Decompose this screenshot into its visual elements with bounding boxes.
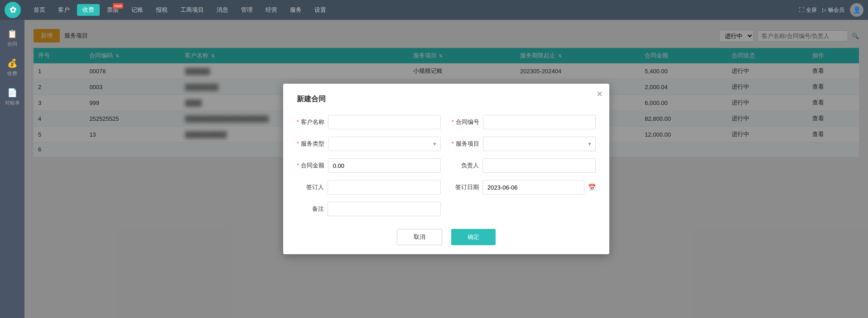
nav-item-ticket[interactable]: 票据 new (101, 4, 124, 16)
sidebar-item-contract[interactable]: 📋 合同 (0, 24, 24, 52)
modal-footer: 取消 确定 (297, 229, 596, 245)
contract-icon: 📋 (7, 29, 17, 39)
nav-menu: 首页 客户 收费 票据 new 记账 报税 工商项目 消息 管理 经营 服务 设… (28, 4, 799, 16)
form-group-sign-date: 签订日期 📅 (452, 180, 596, 195)
amount-label: * 合同金额 (297, 161, 324, 170)
service-item-select[interactable] (483, 137, 596, 151)
sidebar-item-reconcile[interactable]: 📄 对账单 (0, 83, 24, 111)
form-group-service-item: * 服务项目 ▼ (452, 137, 596, 151)
required-star-stype: * (297, 140, 299, 147)
form-group-signer: 签订人 (297, 180, 441, 195)
nav-item-home[interactable]: 首页 (28, 4, 51, 16)
nav-item-fee[interactable]: 收费 (77, 4, 100, 16)
required-star-sitem: * (452, 140, 454, 147)
owner-label: 负责人 (452, 161, 479, 170)
nav-item-settings[interactable]: 设置 (309, 4, 332, 16)
signer-input[interactable] (328, 180, 441, 195)
modal-overlay: 新建合同 ✕ * 客户名称 * 合同编号 (24, 20, 868, 318)
form-row-5: 备注 (297, 202, 596, 216)
contract-amount-input[interactable] (328, 158, 441, 173)
top-navigation: ✿ 首页 客户 收费 票据 new 记账 报税 工商项目 消息 管理 经营 服务… (0, 0, 868, 20)
logo-icon: ✿ (10, 5, 16, 15)
sign-date-input[interactable] (482, 180, 584, 195)
form-group-owner: 负责人 (452, 158, 596, 173)
required-star-customer: * (297, 119, 299, 125)
form-row-2: * 服务类型 ▼ * 服务项目 (297, 137, 596, 151)
form-group-remark: 备注 (297, 202, 441, 216)
nav-item-message[interactable]: 消息 (211, 4, 234, 16)
cancel-button[interactable]: 取消 (397, 229, 442, 245)
customer-name-label: * 客户名称 (297, 118, 324, 126)
nav-item-tax[interactable]: 报税 (150, 4, 173, 16)
fee-icon: 💰 (7, 58, 17, 68)
sidebar-label-contract: 合同 (7, 41, 17, 47)
form-group-contract-no: * 合同编号 (452, 115, 596, 129)
contract-no-label: * 合同编号 (452, 118, 479, 126)
nav-item-customer[interactable]: 客户 (53, 4, 75, 16)
fullscreen-label: 全屏 (806, 6, 817, 14)
fullscreen-btn[interactable]: ⛶ 全屏 (799, 6, 817, 14)
reconcile-icon: 📄 (7, 88, 17, 98)
contract-no-input[interactable] (483, 115, 596, 129)
calendar-icon[interactable]: 📅 (588, 184, 596, 191)
form-group-amount: * 合同金额 (297, 158, 441, 173)
user-avatar[interactable]: 👤 (850, 3, 863, 17)
nav-item-operation[interactable]: 经营 (260, 4, 283, 16)
new-contract-modal: 新建合同 ✕ * 客户名称 * 合同编号 (283, 84, 609, 254)
left-sidebar: 📋 合同 💰 收费 📄 对账单 (0, 20, 24, 318)
required-star-contract: * (452, 119, 454, 125)
customer-name-input[interactable] (328, 115, 441, 129)
service-type-select[interactable] (328, 137, 441, 151)
nav-item-manage[interactable]: 管理 (236, 4, 258, 16)
fullscreen-icon: ⛶ (799, 7, 804, 13)
main-layout: 📋 合同 💰 收费 📄 对账单 新增 服务项目 进行中 已完成 已终止 � (0, 20, 868, 318)
remark-input[interactable] (328, 202, 441, 216)
modal-title: 新建合同 (297, 95, 596, 104)
nav-item-business[interactable]: 工商项目 (175, 4, 209, 16)
avatar-icon: 👤 (853, 6, 861, 14)
form-row-1: * 客户名称 * 合同编号 (297, 115, 596, 129)
member-btn[interactable]: ▷ 畅会员 (822, 6, 844, 14)
service-type-wrapper: ▼ (328, 137, 441, 151)
service-type-label: * 服务类型 (297, 140, 324, 148)
form-group-service-type: * 服务类型 ▼ (297, 137, 441, 151)
form-group-customer: * 客户名称 (297, 115, 441, 129)
play-icon: ▷ (822, 7, 826, 13)
service-item-label: * 服务项目 (452, 140, 479, 148)
nav-right: ⛶ 全屏 ▷ 畅会员 👤 (799, 3, 863, 17)
new-badge: new (113, 3, 123, 9)
modal-close-button[interactable]: ✕ (596, 89, 603, 99)
required-star-amount: * (297, 162, 299, 169)
remark-label: 备注 (297, 205, 324, 213)
sidebar-label-reconcile: 对账单 (5, 100, 20, 106)
app-logo: ✿ (5, 2, 21, 18)
content-area: 新增 服务项目 进行中 已完成 已终止 🔍 序号 合同编码 ⇅ 客户名称 ⇅ 服… (24, 20, 868, 318)
form-row-4: 签订人 签订日期 📅 (297, 180, 596, 195)
signer-label: 签订人 (297, 183, 324, 191)
service-item-wrapper: ▼ (483, 137, 596, 151)
confirm-button[interactable]: 确定 (451, 229, 496, 245)
form-row-3: * 合同金额 负责人 (297, 158, 596, 173)
sidebar-item-fee[interactable]: 💰 收费 (0, 54, 24, 81)
sidebar-label-fee: 收费 (7, 70, 17, 77)
nav-item-service[interactable]: 服务 (285, 4, 307, 16)
nav-item-accounting[interactable]: 记账 (126, 4, 149, 16)
sign-date-label: 签订日期 (452, 183, 479, 191)
member-label: 畅会员 (828, 6, 844, 14)
owner-input[interactable] (482, 158, 596, 173)
